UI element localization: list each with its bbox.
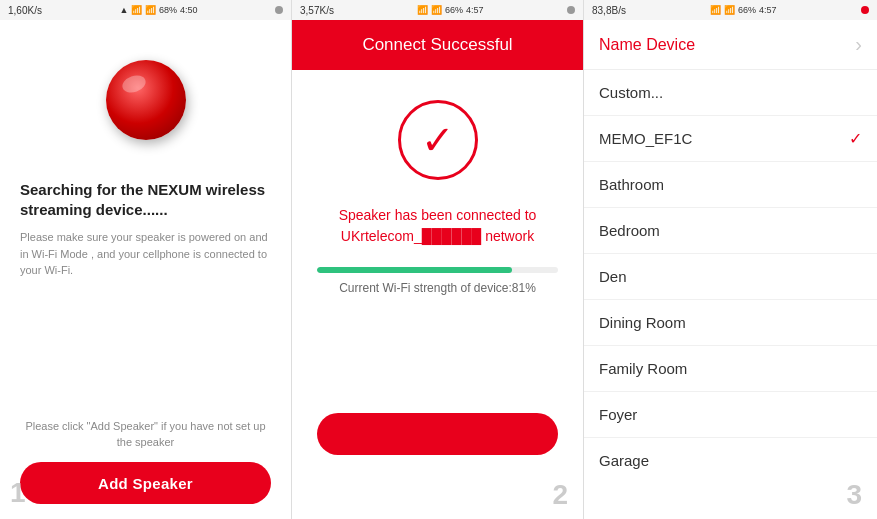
room-list-item[interactable]: Garage [584,438,877,474]
status-speed-3: 83,8B/s [592,5,626,16]
room-list-item[interactable]: Bedroom [584,208,877,254]
room-item-label: Foyer [599,406,637,423]
battery-3: 📶 66% [724,5,756,15]
room-item-label: MEMO_EF1C [599,130,692,147]
status-icons-3: 📶 📶 66% 4:57 [710,5,776,15]
signal-icon-2: 📶 [417,5,428,15]
room-item-label: Dining Room [599,314,686,331]
room-item-label: Custom... [599,84,663,101]
connect-header-title: Connect Successful [362,35,512,55]
room-list[interactable]: Custom...MEMO_EF1C✓BathroomBedroomDenDin… [584,70,877,474]
status-icons-1: ▲ 📶 📶 68% 4:50 [119,5,197,15]
signal-icon-3: 📶 [710,5,721,15]
time-2: 4:57 [466,5,484,15]
battery-2: 📶 66% [431,5,463,15]
status-speed-1: 1,60K/s [8,5,42,16]
name-device-header: Name Device › [584,20,877,70]
panel-number-3: 3 [584,474,877,519]
panels-container: Searching for the NEXUM wireless streami… [0,20,877,519]
add-speaker-area: Please click "Add Speaker" if you have n… [20,419,271,504]
panel-number-1: 1 [10,477,26,509]
time-3: 4:57 [759,5,777,15]
dot-2 [567,6,575,14]
time-1: 4:50 [180,5,198,15]
room-item-label: Garage [599,452,649,469]
room-list-item[interactable]: Bathroom [584,162,877,208]
room-item-label: Bathroom [599,176,664,193]
connect-message-text: Speaker has been connected to UKrtelecom… [339,207,537,244]
room-list-item[interactable]: Den [584,254,877,300]
battery-1: 📶 68% [145,5,177,15]
panel-number-2: 2 [292,474,583,519]
connect-body: ✓ Speaker has been connected to UKrtelec… [292,70,583,398]
connect-footer [292,398,583,474]
status-bar-3: 83,8B/s 📶 📶 66% 4:57 [584,0,877,20]
chevron-right-icon: › [855,33,862,56]
room-list-item[interactable]: Custom... [584,70,877,116]
connect-message: Speaker has been connected to UKrtelecom… [339,205,537,247]
add-speaker-button[interactable]: Add Speaker [20,462,271,504]
dot-1 [275,6,283,14]
connect-header: Connect Successful [292,20,583,70]
room-list-item[interactable]: Dining Room [584,300,877,346]
wifi-strength-text: Current Wi-Fi strength of device:81% [339,281,536,295]
status-bar-1: 1,60K/s ▲ 📶 📶 68% 4:50 [0,0,292,20]
add-speaker-hint: Please click "Add Speaker" if you have n… [20,419,271,450]
status-bars: 1,60K/s ▲ 📶 📶 68% 4:50 3,57K/s 📶 📶 66% 4… [0,0,877,20]
status-bar-2: 3,57K/s 📶 📶 66% 4:57 [292,0,584,20]
panel-search: Searching for the NEXUM wireless streami… [0,20,292,519]
wifi-icon-1: 📶 [131,5,142,15]
wifi-strength-fill [317,267,512,273]
room-item-check-icon: ✓ [849,129,862,148]
wifi-strength-bar [317,267,558,273]
checkmark-icon: ✓ [421,120,455,160]
room-list-item[interactable]: MEMO_EF1C✓ [584,116,877,162]
next-button[interactable] [317,413,558,455]
room-item-label: Family Room [599,360,687,377]
status-speed-2: 3,57K/s [300,5,334,16]
check-circle-icon: ✓ [398,100,478,180]
searching-desc: Please make sure your speaker is powered… [20,229,271,279]
name-device-title: Name Device [599,36,695,54]
searching-title: Searching for the NEXUM wireless streami… [20,180,271,219]
speaker-image-container [20,40,271,160]
panel-name-device: Name Device › Custom...MEMO_EF1C✓Bathroo… [584,20,877,519]
room-item-label: Bedroom [599,222,660,239]
speaker-icon [106,60,186,140]
dot-3 [861,6,869,14]
room-item-label: Den [599,268,627,285]
room-list-item[interactable]: Family Room [584,346,877,392]
panel-connect-success: Connect Successful ✓ Speaker has been co… [292,20,584,519]
signal-icon-1: ▲ [119,5,128,15]
room-list-item[interactable]: Foyer [584,392,877,438]
status-icons-2: 📶 📶 66% 4:57 [417,5,483,15]
